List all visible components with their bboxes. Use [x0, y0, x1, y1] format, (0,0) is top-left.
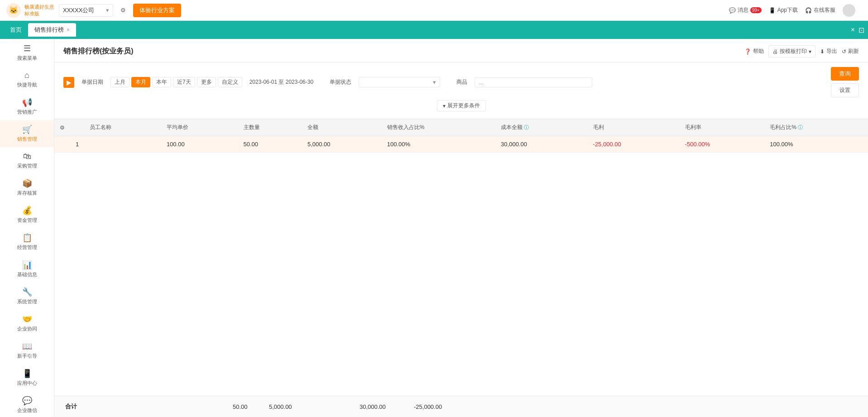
- status-select[interactable]: ▾: [359, 77, 440, 87]
- tab-home[interactable]: 首页: [4, 23, 28, 37]
- sidebar-item-corp-collab[interactable]: 🤝 企业协同: [0, 310, 54, 337]
- date-btn-7days[interactable]: 近7天: [173, 77, 195, 87]
- sales-icon: 🛒: [22, 125, 32, 134]
- sidebar-item-search-orders[interactable]: ☰ 搜索菜单: [0, 39, 54, 66]
- expand-row: ▾ 展开更多条件: [63, 97, 859, 114]
- cell-qty: 50.00: [238, 136, 302, 153]
- cell-gross-pct: 100.00%: [764, 136, 868, 153]
- footer-spacer: [309, 404, 354, 409]
- date-btn-custom[interactable]: 自定义: [218, 77, 242, 87]
- cell-settings: [54, 136, 70, 153]
- chevron-down-icon: ▾: [443, 103, 446, 109]
- cell-gross: -25,000.00: [588, 136, 680, 153]
- inventory-icon: 📦: [22, 178, 32, 188]
- sidebar-item-corp-wechat[interactable]: 💬 企业微信: [0, 391, 54, 417]
- sidebar-item-app-center[interactable]: 📱 应用中心: [0, 364, 54, 391]
- col-qty: 主数量: [238, 119, 302, 136]
- cell-avg-price: 100.00: [161, 136, 238, 153]
- footer-cost: 30,000.00: [354, 401, 408, 413]
- col-rank: [70, 119, 84, 136]
- download-icon: 📱: [769, 7, 776, 14]
- goods-filter-label: 商品: [456, 78, 467, 86]
- sidebar-item-purchase-mgmt[interactable]: 🛍 采购管理: [0, 147, 54, 174]
- marketing-icon: 📢: [22, 97, 32, 107]
- headset-icon: 🎧: [805, 7, 812, 14]
- query-button[interactable]: 查询: [831, 67, 859, 81]
- filter-collapse-button[interactable]: ▶: [63, 77, 74, 88]
- refresh-button[interactable]: ↺ 刷新: [842, 48, 859, 55]
- cell-rank: 1: [70, 136, 84, 153]
- col-gross-rate: 毛利率: [680, 119, 765, 136]
- col-gross: 毛利: [588, 119, 680, 136]
- cell-cost: 30,000.00: [495, 136, 587, 153]
- print-chevron-icon: ▾: [809, 48, 811, 55]
- cell-amount: 5,000.00: [302, 136, 382, 153]
- date-btn-last-month[interactable]: 上月: [110, 77, 129, 87]
- app-download-button[interactable]: 📱 App下载: [769, 6, 798, 14]
- tabs-bar: 首页 销售排行榜 × × ⊡: [0, 21, 868, 39]
- date-btn-this-month[interactable]: 本月: [131, 77, 150, 87]
- company-selector[interactable]: XXXXX公司 ▾: [59, 4, 113, 17]
- sidebar-item-inventory[interactable]: 📦 库存核算: [0, 174, 54, 201]
- sidebar-item-ops-mgmt[interactable]: 📋 经营管理: [0, 228, 54, 255]
- status-filter-label: 单据状态: [330, 78, 351, 86]
- help-icon: ❓: [744, 48, 751, 55]
- cell-gross-rate: -500.00%: [680, 136, 765, 153]
- col-amount: 全额: [302, 119, 382, 136]
- logo: 🐱 畅康通好生意 标准版: [5, 2, 55, 19]
- cell-employee: [84, 136, 161, 153]
- expand-more-conditions[interactable]: ▾ 展开更多条件: [437, 100, 486, 111]
- message-button[interactable]: 💬 消息 99+: [729, 6, 762, 14]
- page-header: 销售排行榜(按业务员) ❓ 帮助 🖨 按模板打印 ▾ ⬇ 导出: [54, 39, 868, 62]
- sidebar-item-base-info[interactable]: 📊 基础信息: [0, 255, 54, 283]
- ranking-table: ⚙ 员工名称 平均单价 主数量 全额 销售收入占比% 成本全额 ⓘ 毛利 毛利率…: [54, 119, 868, 153]
- settings-icon[interactable]: ⚙: [117, 4, 129, 17]
- col-avg-price: 平均单价: [161, 119, 238, 136]
- date-shortcuts: 上月 本月 本年 近7天 更多 自定义: [110, 77, 242, 87]
- tab-sales-ranking[interactable]: 销售排行榜 ×: [28, 23, 76, 37]
- date-btn-this-year[interactable]: 本年: [152, 77, 171, 87]
- goods-select[interactable]: ...: [475, 77, 592, 87]
- industry-button[interactable]: 体验行业方案: [133, 4, 181, 17]
- wechat-icon: 💬: [22, 396, 32, 406]
- page-title: 销售排行榜(按业务员): [63, 47, 134, 56]
- sidebar-item-new-guide[interactable]: 📖 新手引导: [0, 337, 54, 364]
- table-container: ⚙ 员工名称 平均单价 主数量 全额 销售收入占比% 成本全额 ⓘ 毛利 毛利率…: [54, 119, 868, 396]
- help-button[interactable]: ❓ 帮助: [744, 48, 764, 55]
- purchase-icon: 🛍: [23, 152, 31, 161]
- filter-area: ▶ 单据日期 上月 本月 本年 近7天 更多 自定义 2023-06-01 至 …: [54, 62, 868, 119]
- sidebar-item-sales-mgmt[interactable]: 🛒 销售管理: [0, 120, 54, 147]
- logo-text: 畅康通好生意 标准版: [24, 4, 54, 17]
- finance-icon: 💰: [22, 206, 32, 216]
- app-center-icon: 📱: [22, 369, 32, 379]
- sidebar-item-sys-mgmt[interactable]: 🔧 系统管理: [0, 283, 54, 310]
- message-badge: 99+: [750, 7, 762, 13]
- guide-icon: 📖: [22, 341, 32, 351]
- sidebar: ☰ 搜索菜单 ⌂ 快捷导航 📢 营销推广 🛒 销售管理 🛍 采购管理 📦 库: [0, 39, 54, 417]
- logo-icon: 🐱: [5, 2, 22, 19]
- footer-qty: 50.00: [227, 401, 264, 413]
- date-range-display: 2023-06-01 至 2023-06-30: [249, 78, 313, 86]
- sidebar-item-finance[interactable]: 💰 资金管理: [0, 201, 54, 228]
- export-icon: ⬇: [820, 48, 825, 55]
- sidebar-item-quick-nav[interactable]: ⌂ 快捷导航: [0, 66, 54, 93]
- footer-total-label: 合计: [60, 400, 227, 413]
- filter-settings-button[interactable]: 设置: [831, 83, 859, 97]
- template-print-button[interactable]: 🖨 按模板打印 ▾: [768, 45, 815, 58]
- col-settings[interactable]: ⚙: [54, 119, 70, 136]
- base-info-icon: 📊: [22, 260, 32, 270]
- collab-icon: 🤝: [22, 314, 32, 324]
- window-close-button[interactable]: ×: [851, 26, 855, 34]
- col-employee: 员工名称: [84, 119, 161, 136]
- online-service-button[interactable]: 🎧 在线客服: [805, 6, 835, 14]
- avatar[interactable]: [843, 4, 855, 17]
- refresh-icon: ↺: [842, 48, 846, 55]
- export-button[interactable]: ⬇ 导出: [820, 48, 837, 55]
- company-name: XXXXX公司: [63, 6, 104, 14]
- window-restore-button[interactable]: ⊡: [858, 26, 864, 34]
- goods-placeholder: ...: [479, 79, 588, 86]
- table-row: 1 100.00 50.00 5,000.00 100.00% 30,000.0…: [54, 136, 868, 153]
- date-btn-more[interactable]: 更多: [197, 77, 216, 87]
- tab-close-icon[interactable]: ×: [67, 27, 70, 33]
- sidebar-item-marketing[interactable]: 📢 营销推广: [0, 93, 54, 120]
